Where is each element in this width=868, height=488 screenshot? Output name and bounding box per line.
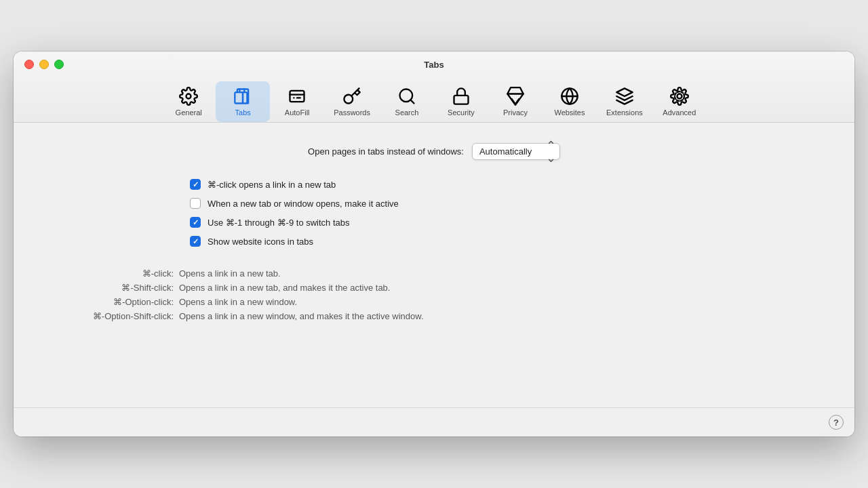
- tab-general[interactable]: General: [161, 81, 216, 122]
- tab-security-label: Security: [448, 108, 475, 117]
- shortcut-row-3: ⌘-Option-Shift-click: Opens a link in a …: [41, 311, 827, 321]
- search-icon: [397, 87, 416, 106]
- extensions-icon: [615, 87, 634, 106]
- shortcut-desc-0: Opens a link in a new tab.: [176, 268, 281, 279]
- tab-advanced[interactable]: Advanced: [652, 81, 707, 122]
- content-area: Open pages in tabs instead of windows: N…: [14, 123, 854, 407]
- open-pages-dropdown[interactable]: Never Automatically Always: [472, 143, 560, 160]
- checkbox-cmd-click[interactable]: [190, 179, 201, 190]
- tab-websites-label: Websites: [554, 108, 585, 117]
- tab-advanced-label: Advanced: [663, 108, 696, 117]
- privacy-icon: [506, 87, 525, 106]
- passwords-icon: [342, 87, 361, 106]
- tab-search-label: Search: [395, 108, 419, 117]
- open-pages-label: Open pages in tabs instead of windows:: [308, 146, 464, 157]
- checkbox-row-cmd-1-9: Use ⌘-1 through ⌘-9 to switch tabs: [190, 217, 827, 228]
- shortcut-desc-1: Opens a link in a new tab, and makes it …: [176, 283, 390, 293]
- titlebar: Tabs General Tabs: [14, 52, 854, 123]
- bottom-bar: ?: [14, 407, 854, 436]
- tab-search[interactable]: Search: [380, 81, 434, 122]
- maximize-button[interactable]: [54, 60, 64, 69]
- tab-tabs[interactable]: Tabs: [216, 81, 270, 122]
- tab-autofill[interactable]: AutoFill: [270, 81, 324, 122]
- dropdown-wrapper[interactable]: Never Automatically Always ⌃⌄: [472, 143, 560, 160]
- svg-point-8: [675, 92, 684, 101]
- shortcut-key-2: ⌘-Option-click:: [41, 297, 176, 307]
- gear-icon: [179, 87, 198, 106]
- svg-point-7: [677, 94, 682, 99]
- shortcut-desc-3: Opens a link in a new window, and makes …: [176, 311, 424, 321]
- shortcut-desc-2: Opens a link in a new window.: [176, 297, 297, 307]
- checkbox-website-icons[interactable]: [190, 236, 201, 247]
- tab-extensions[interactable]: Extensions: [597, 81, 652, 122]
- tab-general-label: General: [176, 108, 202, 117]
- security-icon: [452, 87, 471, 106]
- svg-point-0: [186, 94, 191, 99]
- checkbox-new-tab-active[interactable]: [190, 198, 201, 209]
- tab-privacy[interactable]: Privacy: [488, 81, 542, 122]
- websites-icon: [560, 87, 579, 106]
- tab-autofill-label: AutoFill: [285, 108, 310, 117]
- checkbox-row-new-tab-active: When a new tab or window opens, make it …: [190, 198, 827, 209]
- checkbox-website-icons-label: Show website icons in tabs: [208, 237, 313, 247]
- close-button[interactable]: [24, 60, 34, 69]
- shortcut-key-3: ⌘-Option-Shift-click:: [41, 311, 176, 321]
- shortcut-row-1: ⌘-Shift-click: Opens a link in a new tab…: [41, 283, 827, 293]
- tab-passwords[interactable]: Passwords: [324, 81, 380, 122]
- checkbox-cmd-1-9[interactable]: [190, 217, 201, 228]
- minimize-button[interactable]: [39, 60, 49, 69]
- tab-extensions-label: Extensions: [606, 108, 643, 117]
- svg-rect-4: [454, 96, 468, 104]
- checkbox-new-tab-active-label: When a new tab or window opens, make it …: [208, 199, 399, 209]
- tab-privacy-label: Privacy: [503, 108, 528, 117]
- open-pages-row: Open pages in tabs instead of windows: N…: [41, 143, 827, 160]
- help-button[interactable]: ?: [829, 415, 844, 430]
- svg-rect-2: [290, 91, 304, 102]
- svg-rect-1: [235, 92, 243, 103]
- window-title: Tabs: [424, 60, 443, 70]
- checkboxes-section: ⌘-click opens a link in a new tab When a…: [190, 179, 827, 247]
- checkbox-cmd-1-9-label: Use ⌘-1 through ⌘-9 to switch tabs: [208, 218, 350, 228]
- tab-websites[interactable]: Websites: [542, 81, 597, 122]
- tab-security[interactable]: Security: [434, 81, 488, 122]
- shortcut-row-2: ⌘-Option-click: Opens a link in a new wi…: [41, 297, 827, 307]
- autofill-icon: [288, 87, 307, 106]
- shortcut-row-0: ⌘-click: Opens a link in a new tab.: [41, 268, 827, 279]
- tab-tabs-label: Tabs: [235, 108, 251, 117]
- tab-passwords-label: Passwords: [334, 108, 370, 117]
- advanced-icon: [670, 87, 689, 106]
- shortcuts-section: ⌘-click: Opens a link in a new tab. ⌘-Sh…: [41, 268, 827, 321]
- shortcut-key-0: ⌘-click:: [41, 268, 176, 279]
- toolbar: General Tabs: [24, 76, 844, 122]
- shortcut-key-1: ⌘-Shift-click:: [41, 283, 176, 293]
- checkbox-cmd-click-label: ⌘-click opens a link in a new tab: [208, 180, 336, 190]
- checkbox-row-website-icons: Show website icons in tabs: [190, 236, 827, 247]
- preferences-window: Tabs General Tabs: [14, 52, 854, 436]
- tabs-icon: [233, 87, 252, 106]
- checkbox-row-cmd-click: ⌘-click opens a link in a new tab: [190, 179, 827, 190]
